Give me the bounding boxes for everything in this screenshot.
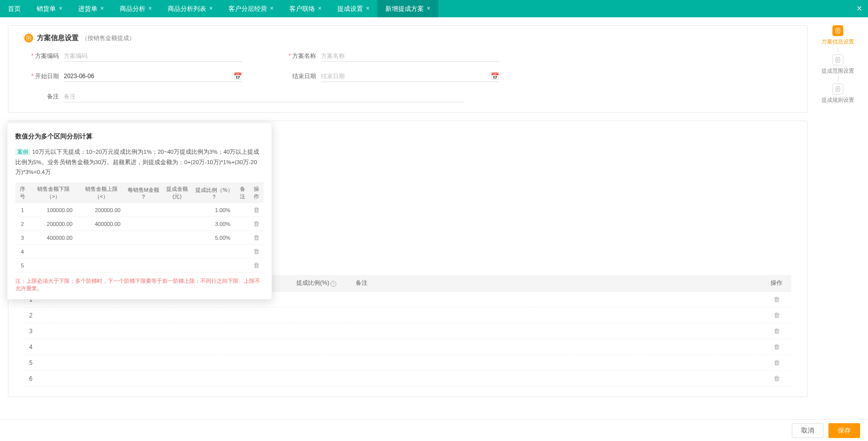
table-row[interactable]: 5🗑 xyxy=(24,355,791,371)
step-1[interactable]: 提成范围设置 xyxy=(822,54,854,75)
start-date-input[interactable] xyxy=(64,73,242,80)
delete-icon[interactable]: 🗑 xyxy=(253,206,260,214)
tab-商品分析[interactable]: 商品分析× xyxy=(112,0,160,17)
close-icon[interactable]: × xyxy=(270,0,274,17)
calendar-icon[interactable]: 📅 xyxy=(233,72,242,80)
close-icon[interactable]: × xyxy=(148,0,152,17)
step-0[interactable]: 方案信息设置 xyxy=(822,25,854,45)
tab-商品分析列表[interactable]: 商品分析列表× xyxy=(160,0,221,17)
calc-rule-tooltip: 数值分为多个区间分别计算 案例10万元以下无提成；10~20万元提成比例为1%；… xyxy=(7,123,272,300)
close-icon[interactable]: × xyxy=(366,0,369,17)
card-title-text: 方案信息设置 xyxy=(37,34,79,43)
delete-icon[interactable]: 🗑 xyxy=(774,375,780,382)
step-icon xyxy=(832,25,843,36)
close-icon[interactable]: × xyxy=(100,0,104,17)
th-remark: 备注 xyxy=(351,275,762,292)
delete-icon[interactable]: 🗑 xyxy=(774,296,780,303)
table-row: 2200000.00400000.003.00%🗑 xyxy=(15,217,264,231)
remark-label: 备注 xyxy=(24,92,59,101)
tab-客户联络[interactable]: 客户联络× xyxy=(281,0,329,17)
table-row: 3400000.005.00%🗑 xyxy=(15,231,264,245)
tooltip-title: 数值分为多个区间分别计算 xyxy=(15,132,264,141)
code-label: 方案编码 xyxy=(24,52,59,60)
close-icon[interactable]: × xyxy=(209,0,213,17)
example-tag: 案例 xyxy=(15,148,30,155)
th-op: 操作 xyxy=(762,275,791,292)
tab-首页[interactable]: 首页 xyxy=(0,0,29,17)
tab-新增提成方案[interactable]: 新增提成方案× xyxy=(377,0,438,17)
tooltip-note: 注：上限必须大于下限；多个阶梯时，下一个阶梯下限要等于前一阶梯上限；不同行之间下… xyxy=(15,277,264,292)
delete-icon[interactable]: 🗑 xyxy=(774,343,780,351)
name-input[interactable] xyxy=(321,52,499,59)
code-input[interactable] xyxy=(64,52,242,59)
delete-icon[interactable]: 🗑 xyxy=(253,248,260,255)
close-icon[interactable]: × xyxy=(59,0,62,17)
tab-客户分层经营[interactable]: 客户分层经营× xyxy=(221,0,281,17)
close-icon[interactable]: × xyxy=(318,0,321,17)
table-row[interactable]: 4🗑 xyxy=(24,339,791,355)
delete-icon[interactable]: 🗑 xyxy=(774,327,780,335)
close-all-tabs-button[interactable]: × xyxy=(851,0,868,17)
tab-提成设置[interactable]: 提成设置× xyxy=(329,0,377,17)
tab-进货单[interactable]: 进货单× xyxy=(70,0,112,17)
table-row[interactable]: 6🗑 xyxy=(24,371,791,387)
step-icon xyxy=(832,84,843,94)
delete-icon[interactable]: 🗑 xyxy=(253,234,260,241)
step-icon xyxy=(832,54,843,65)
delete-icon[interactable]: 🗑 xyxy=(774,311,780,319)
table-row[interactable]: 2🗑 xyxy=(24,308,791,323)
step-2[interactable]: 提成规则设置 xyxy=(822,84,854,104)
delete-icon[interactable]: 🗑 xyxy=(253,220,260,227)
start-date-label: 开始日期 xyxy=(24,72,59,81)
tab-销货单[interactable]: 销货单× xyxy=(29,0,70,17)
table-row: 5🗑 xyxy=(15,259,264,272)
wizard-stepper: 方案信息设置提成范围设置提成规则设置 xyxy=(816,25,860,104)
tooltip-table: 序号 销售金额下限（>） 销售金额上限（<） 每销售M金额 ? 提成金额(元) … xyxy=(15,182,264,272)
table-row: 4🗑 xyxy=(15,245,264,259)
example-text: 10万元以下无提成；10~20万元提成比例为1%；20~40万提成比例为3%；4… xyxy=(15,149,259,175)
end-date-input[interactable] xyxy=(321,73,499,80)
delete-icon[interactable]: 🗑 xyxy=(253,262,260,269)
table-row[interactable]: 3🗑 xyxy=(24,323,791,339)
end-date-label: 结束日期 xyxy=(281,72,316,81)
close-icon[interactable]: × xyxy=(427,0,430,17)
table-row: 1100000.00200000.001.00%🗑 xyxy=(15,203,264,217)
name-label: 方案名称 xyxy=(281,52,316,60)
plan-info-card: 方案信息设置 （按销售金额提成） 方案编码 方案名称 开始日期 xyxy=(8,25,808,113)
remark-input[interactable] xyxy=(64,93,464,100)
tabs-bar: 首页销货单×进货单×商品分析×商品分析列表×客户分层经营×客户联络×提成设置×新… xyxy=(0,0,868,17)
delete-icon[interactable]: 🗑 xyxy=(774,359,780,366)
section-icon xyxy=(24,34,33,43)
th-ratio: 提成比例(%)? xyxy=(291,275,351,292)
calendar-icon[interactable]: 📅 xyxy=(491,72,499,80)
help-icon[interactable]: ? xyxy=(330,281,336,287)
card-subtitle: （按销售金额提成） xyxy=(82,34,135,43)
